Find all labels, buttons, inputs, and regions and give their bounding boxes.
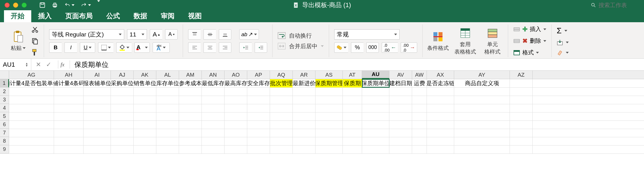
- cell-AX2[interactable]: [427, 88, 454, 96]
- cell-AZ8[interactable]: [510, 137, 533, 145]
- cell-AH6[interactable]: [54, 121, 84, 129]
- cell-AW8[interactable]: [412, 137, 427, 145]
- cell-AH3[interactable]: [54, 96, 84, 104]
- number-format-combo[interactable]: 常规: [334, 29, 400, 40]
- cell-AG5[interactable]: [9, 112, 54, 120]
- cell-AJ1[interactable]: 采购单位: [111, 79, 134, 87]
- cell-AP5[interactable]: [247, 112, 270, 120]
- cell-AM8[interactable]: [179, 137, 202, 145]
- cell-AG3[interactable]: [9, 96, 54, 104]
- cell-AT2[interactable]: [343, 88, 362, 96]
- cell-AH8[interactable]: [54, 137, 84, 145]
- conditional-format-button[interactable]: 条件格式: [428, 30, 448, 52]
- cell-AI1[interactable]: 报表辅单位: [84, 79, 111, 87]
- cell-AK2[interactable]: [134, 88, 156, 96]
- cell-AG6[interactable]: [9, 121, 54, 129]
- cell-AW5[interactable]: [412, 112, 427, 120]
- cell-AK3[interactable]: [134, 96, 156, 104]
- cell-AI6[interactable]: [84, 121, 111, 129]
- cell-AS6[interactable]: [315, 121, 343, 129]
- cell-AZ4[interactable]: [510, 104, 533, 112]
- zoom-window-button[interactable]: [22, 3, 27, 8]
- cell-AP7[interactable]: [247, 129, 270, 137]
- row-header-9[interactable]: 9: [0, 145, 9, 154]
- cell-AY2[interactable]: [454, 88, 510, 96]
- bold-button[interactable]: B: [49, 42, 62, 53]
- redo-icon[interactable]: [81, 2, 91, 8]
- row-header-8[interactable]: 8: [0, 137, 9, 145]
- cell-AS1[interactable]: 保质期管理: [315, 79, 343, 87]
- cell-AX9[interactable]: [427, 146, 454, 154]
- row-header-6[interactable]: 6: [0, 120, 9, 129]
- formula-input[interactable]: [72, 61, 644, 69]
- cell-AN3[interactable]: [202, 96, 225, 104]
- cell-AZ1[interactable]: [510, 79, 533, 87]
- cell-AQ3[interactable]: [270, 96, 293, 104]
- cell-AV3[interactable]: [389, 96, 412, 104]
- italic-button[interactable]: I: [65, 42, 77, 53]
- cell-AL6[interactable]: [156, 121, 179, 129]
- cell-AM5[interactable]: [179, 112, 202, 120]
- cell-AP1[interactable]: 安全库存: [247, 79, 270, 87]
- cell-AG4[interactable]: [9, 104, 54, 112]
- cell-AU9[interactable]: [362, 146, 389, 154]
- cell-AL4[interactable]: [156, 104, 179, 112]
- cell-AG1[interactable]: 辅计量4是否包装单位: [9, 79, 54, 87]
- tab-页面布局[interactable]: 页面布局: [59, 9, 99, 22]
- cell-AR4[interactable]: [293, 104, 315, 112]
- cell-AO5[interactable]: [225, 112, 247, 120]
- cell-AO4[interactable]: [225, 104, 247, 112]
- align-left-button[interactable]: [188, 42, 201, 53]
- fx-icon[interactable]: fx: [61, 62, 65, 68]
- cell-AL7[interactable]: [156, 129, 179, 137]
- insert-cells-button[interactable]: ✚插入: [513, 25, 546, 33]
- cell-AL9[interactable]: [156, 146, 179, 154]
- cell-AV4[interactable]: [389, 104, 412, 112]
- column-header-AG[interactable]: AG: [9, 71, 54, 79]
- cell-AH5[interactable]: [54, 112, 84, 120]
- cell-AL8[interactable]: [156, 137, 179, 145]
- cell-AG9[interactable]: [9, 146, 54, 154]
- cell-AG8[interactable]: [9, 137, 54, 145]
- cell-AV5[interactable]: [389, 112, 412, 120]
- font-size-combo[interactable]: 11: [127, 29, 147, 40]
- cell-AW9[interactable]: [412, 146, 427, 154]
- cell-AO9[interactable]: [225, 146, 247, 154]
- cell-AJ9[interactable]: [111, 146, 134, 154]
- cell-AV6[interactable]: [389, 121, 412, 129]
- clear-button[interactable]: [557, 50, 569, 56]
- cell-AX1[interactable]: 是否走冻链: [427, 79, 454, 87]
- align-right-button[interactable]: [219, 42, 231, 53]
- cell-AL1[interactable]: 库存单位: [156, 79, 179, 87]
- select-all-corner[interactable]: [0, 71, 9, 79]
- cell-AK5[interactable]: [134, 112, 156, 120]
- cell-AM4[interactable]: [179, 104, 202, 112]
- cell-AP3[interactable]: [247, 96, 270, 104]
- cell-AU1[interactable]: 保质期单位: [362, 79, 389, 87]
- cell-AU7[interactable]: [362, 129, 389, 137]
- merge-center-button[interactable]: 合并后居中: [278, 42, 324, 50]
- cell-AM6[interactable]: [179, 121, 202, 129]
- cell-AT3[interactable]: [343, 96, 362, 104]
- column-header-AK[interactable]: AK: [134, 71, 156, 79]
- column-header-AO[interactable]: AO: [225, 71, 247, 79]
- format-as-table-button[interactable]: 套用 表格格式: [455, 26, 475, 56]
- cell-AM7[interactable]: [179, 129, 202, 137]
- cell-AX4[interactable]: [427, 104, 454, 112]
- cell-AT6[interactable]: [343, 121, 362, 129]
- cell-AJ2[interactable]: [111, 88, 134, 96]
- cancel-formula-icon[interactable]: ✕: [36, 61, 41, 68]
- cell-AR6[interactable]: [293, 121, 315, 129]
- column-header-AW[interactable]: AW: [412, 71, 427, 79]
- enter-formula-icon[interactable]: ✓: [46, 61, 51, 68]
- cell-AO3[interactable]: [225, 96, 247, 104]
- cell-AV1[interactable]: 建档日期: [389, 79, 412, 87]
- cell-AN6[interactable]: [202, 121, 225, 129]
- cell-AI3[interactable]: [84, 96, 111, 104]
- cell-AX7[interactable]: [427, 129, 454, 137]
- cell-AY7[interactable]: [454, 129, 510, 137]
- cell-AY9[interactable]: [454, 146, 510, 154]
- cell-AU8[interactable]: [362, 137, 389, 145]
- cell-AQ4[interactable]: [270, 104, 293, 112]
- row-header-4[interactable]: 4: [0, 104, 9, 112]
